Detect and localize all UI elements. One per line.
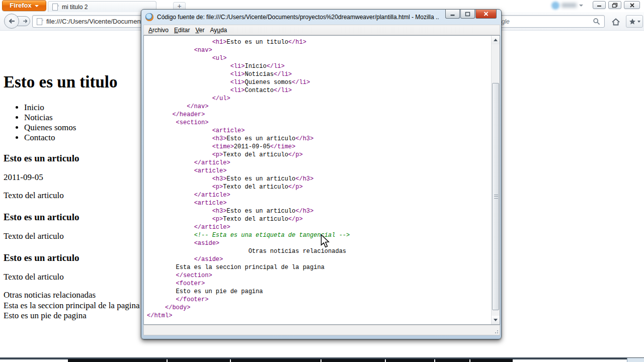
source-code-line: Esta es la seccion principal de la pagin… [147,263,491,272]
source-code-line: </section> [147,272,491,280]
taskbar-window-button[interactable] [168,359,230,362]
chevron-down-icon [637,21,640,23]
view-source-title: Código fuente de: file:///C:/Users/Vicen… [157,14,439,21]
triangle-down-icon [494,319,498,321]
taskbar-window-button[interactable] [470,359,513,362]
view-source-statusbar [143,325,500,335]
source-code-line: <article> [147,199,491,207]
taskbar-window-button[interactable] [386,359,434,362]
maximize-icon [465,12,470,17]
star-icon [629,18,636,25]
bookmarks-button[interactable] [626,15,643,28]
blurred-account-area [532,1,585,10]
back-arrow-icon [8,17,16,25]
article-body: Texto del articulo [4,272,64,282]
home-button[interactable] [608,15,624,29]
minimize-button[interactable] [593,1,606,9]
source-code-line: </ul> [147,95,491,103]
mouse-cursor [320,234,330,248]
article-heading: Esto es un articulo [4,252,79,263]
account-name-blurred [561,3,577,8]
scrollbar-grip-icon [494,195,498,199]
menu-editar[interactable]: Editar [174,27,190,34]
source-code-line: <time>2011-09-05</time> [147,143,491,151]
footer-text: Esto es un pie de pagina [4,311,139,321]
source-code-line: <!-- Esta es una etiqueta de tangencial … [147,231,491,239]
page-title: Esto es un titulo [4,73,117,92]
source-code-line: </aside> [147,255,491,263]
scrollbar-thumb[interactable] [492,83,499,310]
tab-mi-titulo-2[interactable]: mi titulo 2 [48,1,156,12]
source-code-line: Otras noticias relacionadas [147,247,491,255]
restore-button[interactable] [608,1,621,9]
minimize-icon [596,3,602,8]
page-favicon-icon [52,4,58,11]
source-code-line: <h3>Esto es un articulo</h3> [147,135,491,143]
maximize-button[interactable] [460,10,475,19]
firefox-menu-label: Firefox [10,2,31,9]
close-icon [483,11,489,17]
source-code-line: </article> [147,191,491,199]
view-source-titlebar[interactable]: Código fuente de: file:///C:/Users/Vicen… [141,10,501,25]
account-avatar [551,2,559,10]
windows-taskbar [0,357,644,362]
main-window-controls [593,1,640,9]
source-code-line: <article> [147,127,491,135]
menu-ayuda[interactable]: Ayuda [210,27,227,34]
source-code-line: <footer> [147,280,491,288]
tab-title: mi titulo 2 [62,4,88,11]
home-icon [611,18,620,26]
search-input[interactable]: Google [484,15,605,28]
source-code-line: </body> [147,304,491,312]
article-heading: Esto es un articulo [4,153,79,164]
nav-list-item: Quienes somos [24,123,76,133]
minimize-button[interactable] [445,10,460,19]
nav-list-item: Contacto [24,133,76,143]
section-text: Esta es la seccion principal de la pagin… [4,301,139,311]
article-body: Texto del articulo [4,191,64,201]
close-button[interactable] [475,10,497,19]
firefox-menu-button[interactable]: Firefox [2,0,46,11]
forward-arrow-icon [22,18,29,24]
source-code-line: <li>Contacto</li> [147,86,491,95]
source-code-line: </article> [147,223,491,231]
article-body: Texto del articulo [4,231,64,241]
source-code-line: </html> [147,312,491,320]
view-source-content: <header> <h1>Esto es un titulo</h1> <nav… [143,35,500,325]
search-placeholder: Google [490,18,593,25]
resize-grip-icon[interactable] [493,328,499,334]
source-code-pane[interactable]: <header> <h1>Esto es un titulo</h1> <nav… [144,36,491,324]
source-code-line: <nav> [147,46,491,54]
source-code-line: <li>Inicio</li> [147,62,491,70]
taskbar-window-button[interactable] [321,359,385,362]
chevron-down-icon [35,5,39,7]
taskbar-window-button[interactable] [68,359,167,362]
source-code-line: </nav> [147,103,491,111]
page-tail-text: Otras noticias relacionadas Esta es la s… [4,290,139,321]
triangle-up-icon [494,39,498,41]
close-button[interactable] [624,1,640,9]
vertical-scrollbar[interactable] [491,36,500,324]
arrow-cursor-icon [320,234,330,248]
chevron-down-icon [579,5,583,7]
source-code-line: <article> [147,167,491,175]
source-code-line: <ul> [147,54,491,62]
source-code-line: <h3>Esto es un articulo</h3> [147,207,491,215]
taskbar-window-button[interactable] [231,359,320,362]
back-button[interactable] [4,14,19,29]
source-code-line: <p>Texto del articulo</p> [147,183,491,191]
scroll-up-button[interactable] [492,36,500,44]
scroll-down-button[interactable] [492,316,500,324]
firefox-logo-icon [145,13,153,21]
source-code-line: </footer> [147,296,491,304]
search-icon[interactable] [593,18,600,25]
source-code-line: </article> [147,159,491,167]
article-heading: Esto es un articulo [4,212,79,223]
taskbar-window-button[interactable] [435,359,469,362]
url-text: file:///C:/Users/Vicente/Documents [46,18,146,25]
menu-ver[interactable]: Ver [195,27,204,34]
menu-archivo[interactable]: Archivo [148,27,169,34]
source-code-line: <p>Texto del articulo</p> [147,151,491,159]
show-desktop-button[interactable] [627,358,644,362]
source-code-line: </header> [147,111,491,119]
